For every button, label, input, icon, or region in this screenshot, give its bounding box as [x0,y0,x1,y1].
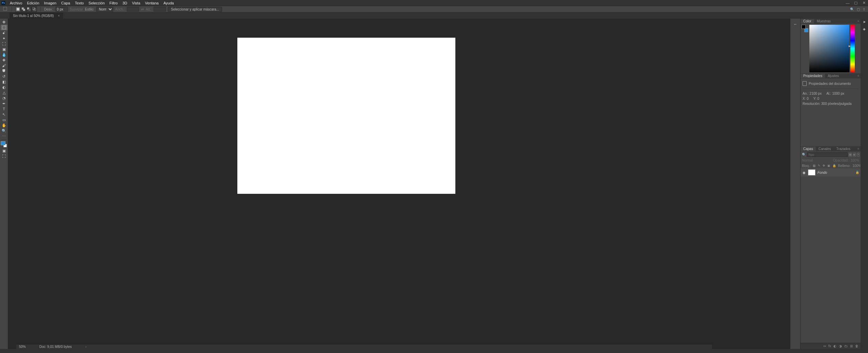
tool-brush[interactable]: 🖌 [1,63,7,68]
tool-stamp[interactable]: ⛊ [1,68,7,74]
color-swatches[interactable] [1,141,7,148]
tab-color[interactable]: Color [801,19,814,23]
blend-mode[interactable]: Normal [802,159,813,162]
layer-thumbnail[interactable] [808,169,815,175]
tool-type[interactable]: T [1,106,7,112]
menu-edicion[interactable]: Edición [25,0,42,6]
tab-ajustes[interactable]: Ajustes [825,74,842,78]
selection-new[interactable] [15,6,21,12]
menu-capa[interactable]: Capa [59,0,72,6]
tool-healing[interactable]: ✚ [1,57,7,63]
share-icon[interactable]: ⇧ [863,7,865,11]
color-fg[interactable] [802,25,806,29]
delete-layer-icon[interactable]: 🗑 [855,344,859,348]
menu-seleccion[interactable]: Selección [86,0,107,6]
tool-blur[interactable]: △ [1,90,7,95]
menu-ayuda[interactable]: Ayuda [161,0,176,6]
tool-zoom[interactable]: 🔍 [1,128,7,133]
style-select[interactable]: Normal [96,7,113,12]
menu-filtro[interactable]: Filtro [107,0,120,6]
tool-eraser[interactable]: ◧ [1,79,7,85]
lock-paint-icon[interactable]: ✎ [818,164,821,168]
tool-crop[interactable]: ⛶ [1,41,7,47]
tool-preset-icon[interactable] [3,6,8,12]
select-mask-button[interactable]: Seleccionar y aplicar máscara... [168,7,222,12]
tab-muestras[interactable]: Muestras [814,19,833,23]
tab-propiedades[interactable]: Propiedades [801,74,825,78]
menu-ventana[interactable]: Ventana [143,0,161,6]
tool-more[interactable]: ⋯ [1,133,7,139]
properties-panel-menu-icon[interactable]: ≡ [857,74,861,77]
lock-position-icon[interactable]: ✥ [823,164,825,168]
selection-intersect[interactable] [32,6,37,12]
tool-frame[interactable]: ▣ [1,47,7,52]
doc-info[interactable]: Doc: 9,01 MB/0 bytes [39,345,72,349]
learn-icon[interactable]: ➤ [863,20,866,24]
adjustment-layer-icon[interactable]: ◑ [839,344,842,348]
search-icon[interactable]: 🔍 [802,153,806,156]
color-panel-menu-icon[interactable]: ≡ [857,20,861,23]
layer-visibility-icon[interactable]: ◉ [802,171,806,174]
canvas[interactable] [237,38,455,194]
color-field[interactable] [809,25,849,72]
menu-3d[interactable]: 3D [120,0,130,6]
color-fg-bg-swatch[interactable] [802,25,808,32]
tool-hand[interactable]: ✋ [1,123,7,128]
tool-lasso[interactable]: ꗃ [1,30,7,36]
zoom-display[interactable]: 50% [19,345,26,349]
menu-archivo[interactable]: Archivo [7,0,25,6]
libraries-icon[interactable]: ◈ [863,27,866,31]
tool-dodge[interactable]: ◔ [1,95,7,101]
opacity-value[interactable]: 100% [850,159,859,162]
tool-path-select[interactable]: ↖ [1,112,7,117]
tool-history-brush[interactable]: ↺ [1,74,7,79]
selection-subtract[interactable] [26,6,32,12]
menu-texto[interactable]: Texto [73,0,86,6]
layer-name[interactable]: Fondo [817,171,853,174]
tool-rectangle[interactable]: ▭ [1,117,7,123]
tab-trazados[interactable]: Trazados [834,147,853,151]
fill-value[interactable]: 100% [852,164,861,168]
layer-filter-input[interactable] [807,152,848,157]
layer-row[interactable]: ◉ Fondo 🔒 [801,168,861,176]
filter-type-icon[interactable]: T [857,153,860,157]
tool-gradient[interactable]: ◐ [1,85,7,90]
layer-mask-icon[interactable]: ◐ [833,344,836,348]
tool-move[interactable]: ✥ [1,19,7,25]
filter-image-icon[interactable]: ▦ [849,153,852,157]
menu-imagen[interactable]: Imagen [42,0,59,6]
menu-vista[interactable]: Vista [130,0,142,6]
status-menu-icon[interactable]: › [85,345,86,349]
tab-canales[interactable]: Canales [816,147,834,151]
document-tab[interactable]: Sin título-1 al 50% (RGB/8) × [9,13,63,19]
maximize-button[interactable]: ▢ [852,0,860,6]
collapsed-panel-icon[interactable]: ↔ [792,21,799,27]
screenmode-toggle[interactable]: ⛶ [1,153,7,159]
new-group-icon[interactable]: 🗀 [844,344,848,348]
quickmask-toggle[interactable]: ▣ [1,148,7,153]
tool-marquee[interactable] [1,25,7,30]
layers-panel-menu-icon[interactable]: ≡ [857,147,861,150]
close-tab-icon[interactable]: × [58,14,60,18]
tab-capas[interactable]: Capas [801,147,816,151]
new-layer-icon[interactable]: ⊞ [850,344,853,348]
foreground-color-swatch[interactable] [1,141,5,145]
close-button[interactable]: ✕ [860,0,868,6]
hue-slider[interactable] [850,25,855,72]
tool-wand[interactable]: ✦ [1,36,7,41]
minimize-button[interactable]: — [844,0,852,6]
lock-all-icon[interactable]: 🔒 [832,164,836,168]
workspace-icon[interactable]: ▢ [857,7,860,11]
selection-add[interactable] [21,6,26,12]
search-icon[interactable]: 🔍 [850,7,854,11]
link-layers-icon[interactable]: ⇔ [823,344,826,348]
tool-pen[interactable]: ✒ [1,101,7,106]
feather-input[interactable] [56,7,68,12]
lock-artboard-icon[interactable]: ▣ [827,164,830,168]
canvas-area[interactable]: 50% Doc: 9,01 MB/0 bytes › [8,19,790,349]
filter-adjust-icon[interactable]: ◐ [853,153,856,157]
lock-pixels-icon[interactable]: ▦ [813,164,816,168]
layer-fx-icon[interactable]: fx [828,344,831,348]
hue-handle[interactable] [849,45,854,46]
tool-eyedropper[interactable]: 💧 [1,52,7,57]
